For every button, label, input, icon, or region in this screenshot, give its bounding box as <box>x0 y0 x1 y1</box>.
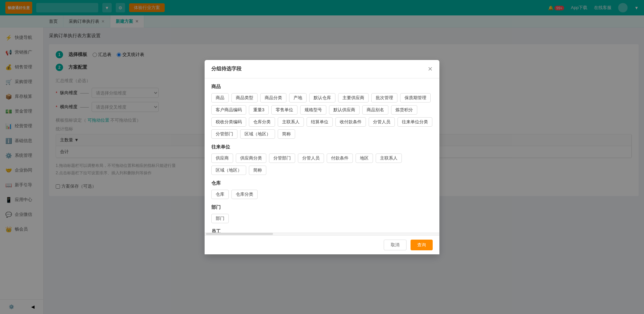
modal-cancel-btn[interactable]: 取消 <box>384 240 407 250</box>
field-tag-goods-22[interactable]: 分管部门 <box>211 129 237 139</box>
field-tag-goods-4[interactable]: 默认仓库 <box>309 93 335 103</box>
field-tag-cp-0[interactable]: 供应商 <box>211 153 233 163</box>
field-tag-cp-8[interactable]: 简称 <box>249 166 266 175</box>
field-tag-goods-20[interactable]: 分管人员 <box>369 117 395 127</box>
field-section-dept-title: 部门 <box>211 204 433 210</box>
field-tag-goods-7[interactable]: 保质期管理 <box>400 93 431 103</box>
field-tag-goods-13[interactable]: 商品别名 <box>362 105 388 115</box>
field-tag-goods-10[interactable]: 零售单位 <box>271 105 298 115</box>
field-tag-goods-8[interactable]: 客户商品编码 <box>211 105 246 115</box>
field-tag-goods-1[interactable]: 商品类型 <box>231 93 258 103</box>
field-section-dept: 部门 部门 <box>211 204 433 223</box>
field-tag-cp-7[interactable]: 区域（地区） <box>211 166 246 175</box>
field-tag-goods-15[interactable]: 税收分类编码 <box>211 117 246 127</box>
field-tag-goods-0[interactable]: 商品 <box>211 93 229 103</box>
field-tag-cp-2[interactable]: 分管部门 <box>269 153 295 163</box>
field-tag-goods-18[interactable]: 结算单位 <box>307 117 333 127</box>
modal-title: 分组待选字段 <box>211 66 241 72</box>
field-tag-cp-6[interactable]: 主联系人 <box>376 153 402 163</box>
field-tag-goods-2[interactable]: 商品分类 <box>260 93 286 103</box>
field-section-goods-title: 商品 <box>211 84 433 90</box>
modal-footer: 取消 查询 <box>205 235 439 254</box>
field-tag-goods-3[interactable]: 产地 <box>289 93 307 103</box>
field-section-goods: 商品 商品 商品类型 商品分类 产地 默认仓库 主要供应商 批次管理 保质期管理… <box>211 84 433 139</box>
field-tag-cp-5[interactable]: 地区 <box>356 153 373 163</box>
field-tag-goods-9[interactable]: 重量3 <box>249 105 269 115</box>
field-tag-goods-14[interactable]: 炼货积分 <box>391 105 417 115</box>
field-tag-goods-23[interactable]: 区域（地区） <box>240 129 275 139</box>
field-tag-goods-16[interactable]: 仓库分类 <box>249 117 275 127</box>
field-tag-cp-4[interactable]: 付款条件 <box>327 153 353 163</box>
field-tags-dept: 部门 <box>211 214 433 223</box>
field-section-employee-title: 员工 <box>211 229 433 233</box>
field-tag-dept-0[interactable]: 部门 <box>211 214 229 223</box>
field-section-warehouse-title: 仓库 <box>211 180 433 186</box>
modal-overlay: 分组待选字段 ✕ 商品 商品 商品类型 商品分类 产地 默认仓库 主要供应商 批… <box>0 0 644 314</box>
field-tags-goods: 商品 商品类型 商品分类 产地 默认仓库 主要供应商 批次管理 保质期管理 客户… <box>211 93 433 139</box>
field-tags-warehouse: 仓库 仓库分类 <box>211 190 433 199</box>
field-tag-cp-1[interactable]: 供应商分类 <box>236 153 266 163</box>
field-tag-goods-24[interactable]: 简称 <box>278 129 295 139</box>
modal-hscroll-thumb[interactable] <box>206 233 273 235</box>
field-section-counterparty: 往来单位 供应商 供应商分类 分管部门 分管人员 付款条件 地区 主联系人 区域… <box>211 144 433 175</box>
field-tag-goods-11[interactable]: 规格型号 <box>300 105 326 115</box>
field-tag-goods-12[interactable]: 默认供应商 <box>329 105 360 115</box>
field-tag-goods-6[interactable]: 批次管理 <box>371 93 397 103</box>
modal-body: 商品 商品 商品类型 商品分类 产地 默认仓库 主要供应商 批次管理 保质期管理… <box>205 78 439 233</box>
field-section-warehouse: 仓库 仓库 仓库分类 <box>211 180 433 199</box>
modal-hscrollbar[interactable] <box>205 233 439 235</box>
field-tag-cp-3[interactable]: 分管人员 <box>298 153 324 163</box>
modal-header: 分组待选字段 ✕ <box>205 60 439 78</box>
field-section-counterparty-title: 往来单位 <box>211 144 433 150</box>
field-tag-wh-1[interactable]: 仓库分类 <box>231 190 258 199</box>
field-tag-goods-17[interactable]: 主联系人 <box>278 117 304 127</box>
field-tag-wh-0[interactable]: 仓库 <box>211 190 229 199</box>
field-section-employee: 员工 业务员 <box>211 229 433 233</box>
modal-confirm-btn[interactable]: 查询 <box>411 240 433 250</box>
field-tag-goods-5[interactable]: 主要供应商 <box>338 93 369 103</box>
modal-close-btn[interactable]: ✕ <box>428 65 433 73</box>
field-tags-counterparty: 供应商 供应商分类 分管部门 分管人员 付款条件 地区 主联系人 区域（地区） … <box>211 153 433 175</box>
modal-dialog: 分组待选字段 ✕ 商品 商品 商品类型 商品分类 产地 默认仓库 主要供应商 批… <box>205 60 439 254</box>
field-tag-goods-21[interactable]: 往来单位分类 <box>397 117 432 127</box>
field-tag-goods-19[interactable]: 收付款条件 <box>335 117 366 127</box>
